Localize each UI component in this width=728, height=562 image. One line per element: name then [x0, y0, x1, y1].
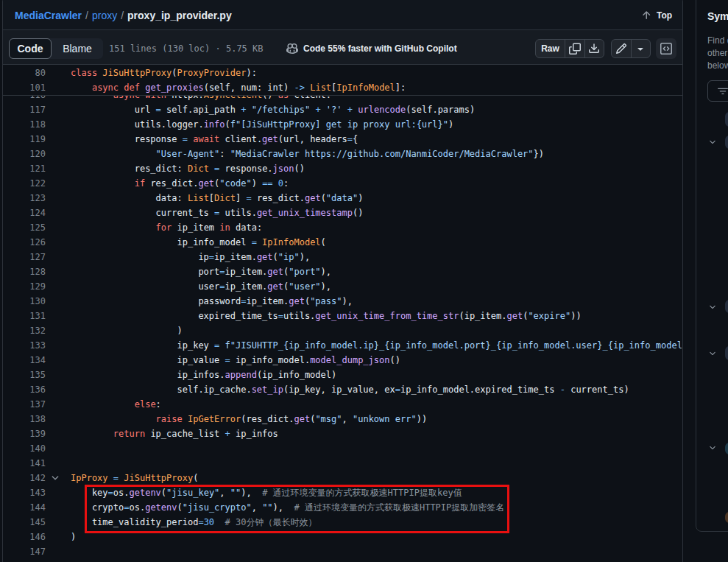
line-number[interactable]: 122 — [3, 176, 46, 191]
code-line: 146) — [3, 530, 682, 544]
line-content: ip_key = f"JISUHTTP_{ip_info_model.ip}_{… — [71, 338, 683, 353]
code-line: 136 self.ip_cache.set_ip(ip_key, ip_valu… — [3, 382, 682, 397]
breadcrumb-file-name: proxy_ip_provider.py — [127, 10, 232, 21]
line-number[interactable]: 137 — [3, 397, 46, 412]
edit-dropdown-button[interactable] — [631, 40, 651, 57]
line-content: ip_info_model = IpInfoModel( — [71, 235, 326, 250]
line-content: ip_value = ip_info_model.model_dump_json… — [71, 353, 400, 368]
line-content: utils.logger.info(f"[JiSuHttpProxy] get … — [71, 117, 453, 132]
code-line: 140 — [3, 441, 682, 456]
code-line: 128 port=ip_item.get("port"), — [3, 264, 682, 279]
line-content: ) — [71, 530, 76, 544]
line-content: IpProxy = JiSuHttpProxy( — [71, 471, 198, 485]
symbol-group-chevron-icon[interactable] — [708, 349, 717, 358]
line-number[interactable]: 132 — [3, 323, 46, 338]
breadcrumb-folder-link[interactable]: proxy — [92, 10, 117, 21]
symbol-item-chip[interactable] — [725, 346, 728, 360]
line-number[interactable]: 125 — [3, 220, 46, 235]
copy-raw-button[interactable] — [565, 40, 584, 57]
symbol-group-chevron-icon[interactable] — [708, 303, 717, 312]
raw-button[interactable]: Raw — [536, 40, 565, 57]
line-number[interactable]: 121 — [3, 161, 46, 176]
code-line: 145 time_validity_period=30 # 30分钟（最长时效） — [3, 515, 682, 530]
line-number[interactable]: 80 — [3, 66, 46, 80]
symbol-group-chevron-icon[interactable] — [708, 443, 717, 452]
code-line: 135 ip_infos.append(ip_info_model) — [3, 368, 682, 382]
line-number[interactable]: 134 — [3, 353, 46, 368]
code-lines: 116 async with httpx.AsyncClient() as cl… — [3, 88, 682, 559]
code-line: 134 ip_value = ip_info_model.model_dump_… — [3, 353, 682, 368]
line-number[interactable]: 142 — [3, 471, 46, 485]
arrow-up-icon — [640, 10, 652, 21]
breadcrumb: MediaCrawler/proxy/proxy_ip_provider.py — [15, 8, 232, 23]
line-number[interactable]: 141 — [3, 456, 46, 471]
line-number[interactable]: 127 — [3, 250, 46, 264]
symbols-filter-input[interactable] — [707, 80, 728, 102]
tab-blame[interactable]: Blame — [52, 38, 103, 59]
line-content: ) — [71, 323, 183, 338]
symbol-item-chip[interactable] — [725, 512, 728, 523]
code-line: 137 else: — [3, 397, 682, 412]
line-number[interactable]: 143 — [3, 485, 46, 500]
breadcrumb-repo-link[interactable]: MediaCrawler — [15, 10, 82, 21]
line-number[interactable]: 138 — [3, 412, 46, 426]
back-to-top-link[interactable]: Top — [640, 7, 672, 24]
code-line: 144 crypto=os.getenv("jisu_crypto", ""),… — [3, 500, 682, 515]
line-number[interactable]: 131 — [3, 309, 46, 323]
tab-code[interactable]: Code — [9, 38, 52, 59]
line-number[interactable]: 147 — [3, 544, 46, 559]
line-number[interactable]: 135 — [3, 368, 46, 382]
symbol-item-chip[interactable] — [725, 443, 728, 454]
edit-button-group — [611, 39, 651, 58]
line-content: ip_infos.append(ip_info_model) — [71, 368, 336, 382]
line-number[interactable]: 145 — [3, 515, 46, 530]
line-content: return ip_cache_list + ip_infos — [71, 426, 278, 441]
code-line: 139 return ip_cache_list + ip_infos — [3, 426, 682, 441]
breadcrumb-separator: / — [117, 10, 127, 21]
line-number[interactable]: 126 — [3, 235, 46, 250]
line-number[interactable]: 119 — [3, 132, 46, 147]
download-button[interactable] — [584, 40, 604, 57]
line-number[interactable]: 118 — [3, 117, 46, 132]
raw-button-group: Raw — [535, 39, 604, 58]
symbol-item-chip[interactable] — [725, 136, 728, 149]
copy-icon — [569, 43, 581, 55]
symbol-item-chip[interactable] — [725, 300, 728, 313]
code-line: 124 current_ts = utils.get_unix_timestam… — [3, 206, 682, 220]
code-line: 142IpProxy = JiSuHttpProxy( — [3, 471, 682, 485]
code-line: 117 url = self.api_path + "/fetchips" + … — [3, 102, 682, 117]
line-number[interactable]: 140 — [3, 441, 46, 456]
line-number[interactable]: 133 — [3, 338, 46, 353]
triangle-down-icon — [635, 43, 646, 55]
symbol-group-chevron-icon[interactable] — [708, 138, 717, 147]
collapse-chevron-icon[interactable] — [50, 473, 60, 483]
line-number[interactable]: 130 — [3, 294, 46, 309]
line-number[interactable]: 139 — [3, 426, 46, 441]
line-content: url = self.api_path + "/fetchips" + '?' … — [71, 102, 475, 117]
symbols-panel-toggle-button[interactable] — [656, 38, 676, 59]
symbol-item-chip[interactable] — [725, 112, 728, 127]
code-line: 120 "User-Agent": "MediaCrawler https://… — [3, 147, 682, 161]
line-number[interactable]: 136 — [3, 382, 46, 397]
line-content: else: — [71, 397, 161, 412]
line-number[interactable]: 144 — [3, 500, 46, 515]
sticky-scope-lines: 80class JiSuHttpProxy(ProxyProvider):101… — [3, 65, 682, 96]
line-number[interactable]: 129 — [3, 279, 46, 294]
line-content: if res_dict.get("code") == 0: — [71, 176, 289, 191]
symbols-panel-description-line: other symbols in this file by clicking a… — [707, 47, 728, 60]
line-content: self.ip_cache.set_ip(ip_key, ip_value, e… — [71, 382, 629, 397]
pencil-icon — [615, 43, 627, 55]
line-number[interactable]: 128 — [3, 264, 46, 279]
code-line: 123 data: List[Dict] = res_dict.get("dat… — [3, 191, 682, 206]
line-number[interactable]: 146 — [3, 530, 46, 544]
line-number[interactable]: 120 — [3, 147, 46, 161]
download-icon — [588, 43, 600, 55]
line-number[interactable]: 117 — [3, 102, 46, 117]
copilot-banner[interactable]: Code 55% faster with GitHub Copilot — [286, 41, 457, 56]
code-line: 121 res_dict: Dict = response.json() — [3, 161, 682, 176]
line-number[interactable]: 123 — [3, 191, 46, 206]
edit-file-button[interactable] — [612, 40, 631, 57]
line-content: crypto=os.getenv("jisu_crypto", ""), # 通… — [71, 500, 504, 515]
line-number[interactable]: 101 — [3, 80, 46, 95]
line-number[interactable]: 124 — [3, 206, 46, 220]
